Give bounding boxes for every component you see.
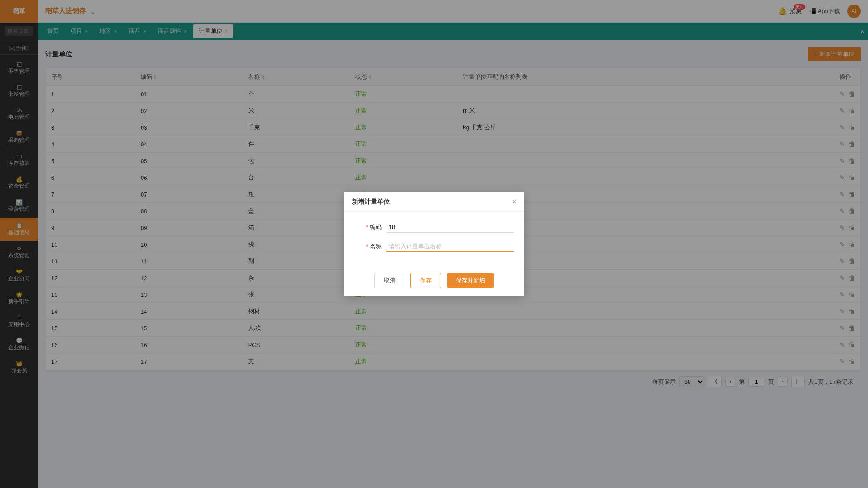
form-name-row: * 名称 [354, 241, 514, 252]
modal-footer: 取消 保存 保存并新增 [344, 267, 524, 296]
cancel-button[interactable]: 取消 [374, 273, 405, 288]
name-input[interactable] [386, 241, 514, 252]
modal-body: * 编码 * 名称 [344, 212, 524, 267]
modal-close-button[interactable]: × [512, 198, 516, 206]
save-and-new-button[interactable]: 保存并新增 [447, 273, 494, 288]
add-unit-modal: 新增计量单位 × * 编码 * 名称 取消 保存 保存并新增 [344, 192, 524, 296]
name-required-mark: * [366, 243, 368, 250]
modal-title: 新增计量单位 [352, 198, 390, 206]
modal-header: 新增计量单位 × [344, 192, 524, 212]
code-required-mark: * [366, 224, 368, 230]
name-label: * 名称 [354, 243, 382, 251]
save-button[interactable]: 保存 [410, 273, 441, 288]
form-code-row: * 编码 [354, 222, 514, 233]
code-input[interactable] [386, 222, 514, 233]
modal-overlay: 新增计量单位 × * 编码 * 名称 取消 保存 保存并新增 [0, 0, 868, 488]
code-label: * 编码 [354, 223, 382, 231]
